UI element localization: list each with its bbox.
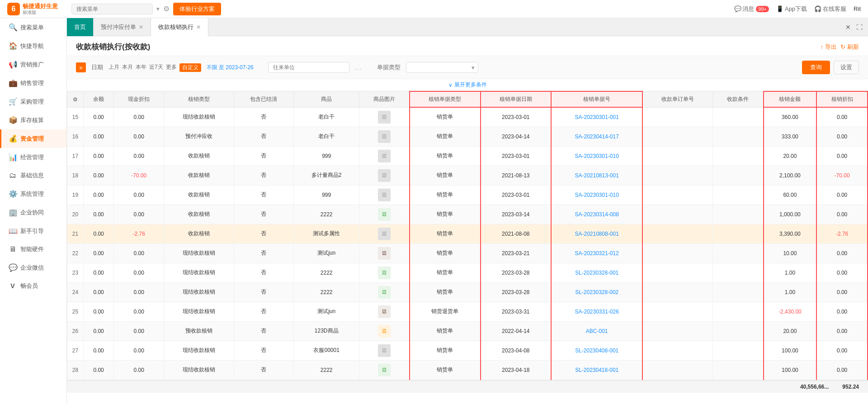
td-receipt-condition — [713, 127, 764, 146]
message-area[interactable]: 💬 消息 99+ — [734, 5, 769, 13]
bill-no-link[interactable]: SA-20230314-008 — [575, 211, 618, 218]
query-button[interactable]: 查询 — [802, 61, 830, 74]
bill-no-link[interactable]: SA-20230301-001 — [575, 114, 618, 120]
td-bill-no[interactable]: SA-20230301-001 — [551, 107, 643, 127]
expand-more-button[interactable]: ∨ 展开更多条件 — [448, 81, 487, 89]
bill-no-link[interactable]: SA-20230301-010 — [575, 153, 618, 159]
bill-type-select[interactable] — [406, 62, 478, 73]
td-include-settled: 否 — [234, 127, 294, 146]
tab-close-all-button[interactable]: ✕ — [844, 22, 853, 33]
global-search-input[interactable] — [71, 4, 153, 14]
filter-settings-button[interactable]: 设置 — [834, 61, 859, 74]
th-gear: ⚙ — [67, 91, 84, 107]
sidebar-item-wechat[interactable]: 💬 企业微信 — [0, 258, 66, 277]
td-bill-date: 2023-03-21 — [481, 243, 551, 263]
table-body: 15 0.00 0.00 现结收款核销 否 老白干 🖼 销货单 2023-03-… — [67, 107, 868, 380]
td-cash-discount: 0.00 — [114, 360, 164, 380]
bill-no-link[interactable]: SA-20230414-017 — [575, 133, 618, 140]
bill-no-link[interactable]: SA-20210813-001 — [575, 172, 618, 179]
tab-home[interactable]: 首页 — [67, 18, 94, 36]
td-bill-no[interactable]: SA-20230414-017 — [551, 127, 643, 146]
td-bill-no[interactable]: SA-20210813-001 — [551, 166, 643, 185]
bill-no-link[interactable]: SA-20210808-001 — [575, 231, 618, 237]
app-download-area[interactable]: 📱 App下载 — [776, 5, 807, 13]
td-balance: 0.00 — [84, 224, 114, 243]
sidebar-item-basic[interactable]: 🗂 基础信息 — [0, 166, 66, 185]
td-no: 24 — [67, 282, 84, 302]
sidebar-item-operation[interactable]: 📊 经营管理 — [0, 148, 66, 166]
bill-no-link[interactable]: SL-20230328-001 — [575, 270, 618, 276]
td-bill-no[interactable]: SA-20230314-008 — [551, 204, 643, 224]
td-bill-no[interactable]: SL-20230328-001 — [551, 263, 643, 282]
td-verify-type: 现结收款核销 — [164, 282, 234, 302]
filter-expand-button[interactable]: » — [76, 62, 86, 72]
tab-maximize-button[interactable]: ⛶ — [854, 22, 864, 33]
tab-receivable[interactable]: 收款核销执行 ✕ — [151, 18, 208, 36]
bill-no-link[interactable]: SL-20230328-002 — [575, 289, 618, 295]
sidebar-item-hardware[interactable]: 🖥 智能硬件 — [0, 240, 66, 258]
bill-no-link[interactable]: SL-20230418-001 — [575, 367, 618, 373]
td-product-img: 🖼 — [359, 263, 410, 282]
refresh-button[interactable]: ↻ 刷新 — [840, 43, 859, 51]
date-last-month[interactable]: 上月 — [108, 63, 119, 72]
td-bill-no[interactable]: SL-20230328-002 — [551, 282, 643, 302]
bill-no-link[interactable]: SA-20230331-026 — [575, 309, 618, 315]
app-name: 畅捷通好生意 — [23, 2, 58, 10]
td-bill-no[interactable]: SA-20230321-012 — [551, 243, 643, 263]
sidebar-item-guide[interactable]: 📖 新手引导 — [0, 222, 66, 240]
bill-no-link[interactable]: SA-20230321-012 — [575, 250, 618, 257]
td-verify-amount: 2,100.00 — [764, 166, 817, 185]
sidebar-item-search[interactable]: 🔍 搜索菜单 — [0, 18, 66, 37]
settings-icon[interactable]: ⚙ — [163, 5, 170, 13]
td-bill-no[interactable]: SA-20230301-010 — [551, 146, 643, 166]
td-receipt-order-no — [642, 224, 712, 243]
date-this-year[interactable]: 本年 — [136, 63, 146, 72]
td-no: 16 — [67, 127, 84, 146]
sidebar-item-sales[interactable]: 💼 销售管理 — [0, 74, 66, 92]
message-label: 消息 — [742, 5, 754, 13]
td-bill-no[interactable]: ABC-001 — [551, 321, 643, 341]
td-bill-type: 销货退货单 — [410, 302, 480, 321]
bill-no-link[interactable]: SL-20230408-001 — [575, 347, 618, 354]
td-bill-type: 销货单 — [410, 263, 480, 282]
sidebar-item-quick-nav[interactable]: 🏠 快捷导航 — [0, 37, 66, 55]
sidebar-item-purchase[interactable]: 🛒 采购管理 — [0, 92, 66, 111]
date-range-text: 不限 至 2023-07-26 — [207, 64, 254, 71]
industry-solution-button[interactable]: 体验行业方案 — [173, 3, 221, 15]
date-7days[interactable]: 近7天 — [149, 63, 163, 72]
tab-prepay[interactable]: 预付冲应付单 ✕ — [94, 18, 151, 36]
sidebar-item-corp[interactable]: 🏢 企业协同 — [0, 203, 66, 222]
user-name[interactable]: Rit — [854, 5, 861, 12]
online-service-area[interactable]: 🎧 在线客服 — [814, 5, 846, 13]
sidebar-item-marketing[interactable]: 📢 营销推广 — [0, 55, 66, 74]
td-bill-no[interactable]: SA-20210808-001 — [551, 224, 643, 243]
td-product-img: 🖼 — [359, 321, 410, 341]
date-more[interactable]: 更多 — [166, 63, 177, 72]
filter-bar: » 日期 上月 本月 本年 近7天 更多 自定义 不限 至 2023-07-26… — [67, 56, 868, 79]
sidebar-item-inventory[interactable]: 📦 库存核算 — [0, 111, 66, 129]
bill-no-link[interactable]: ABC-001 — [586, 328, 608, 334]
td-bill-no[interactable]: SA-20230301-010 — [551, 185, 643, 204]
td-product-img: 🖼 — [359, 341, 410, 360]
export-button[interactable]: ↑ 导出 — [821, 43, 837, 51]
sidebar-item-system[interactable]: ⚙️ 系统管理 — [0, 185, 66, 203]
date-this-month[interactable]: 本月 — [122, 63, 133, 72]
sidebar-item-finance[interactable]: 💰 资金管理 — [0, 129, 66, 148]
td-verify-type: 现结收款核销 — [164, 107, 234, 127]
td-bill-no[interactable]: SL-20230408-001 — [551, 341, 643, 360]
partner-dots[interactable]: ... — [355, 64, 363, 71]
wechat-icon: 💬 — [9, 263, 17, 272]
sidebar-item-label: 库存核算 — [20, 116, 44, 124]
tab-prepay-close[interactable]: ✕ — [139, 24, 143, 30]
bill-no-link[interactable]: SA-20230301-010 — [575, 192, 618, 198]
tab-receivable-close[interactable]: ✕ — [196, 24, 201, 30]
date-custom-btn[interactable]: 自定义 — [179, 63, 201, 72]
product-image: 🖼 — [378, 169, 391, 182]
td-verify-type: 现结收款核销 — [164, 341, 234, 360]
td-verify-type: 现结收款核销 — [164, 263, 234, 282]
td-bill-no[interactable]: SL-20230418-001 — [551, 360, 643, 380]
partner-input[interactable] — [268, 62, 349, 73]
td-bill-no[interactable]: SA-20230331-026 — [551, 302, 643, 321]
sidebar-item-member[interactable]: V 畅会员 — [0, 277, 66, 295]
td-receipt-condition — [713, 224, 764, 243]
